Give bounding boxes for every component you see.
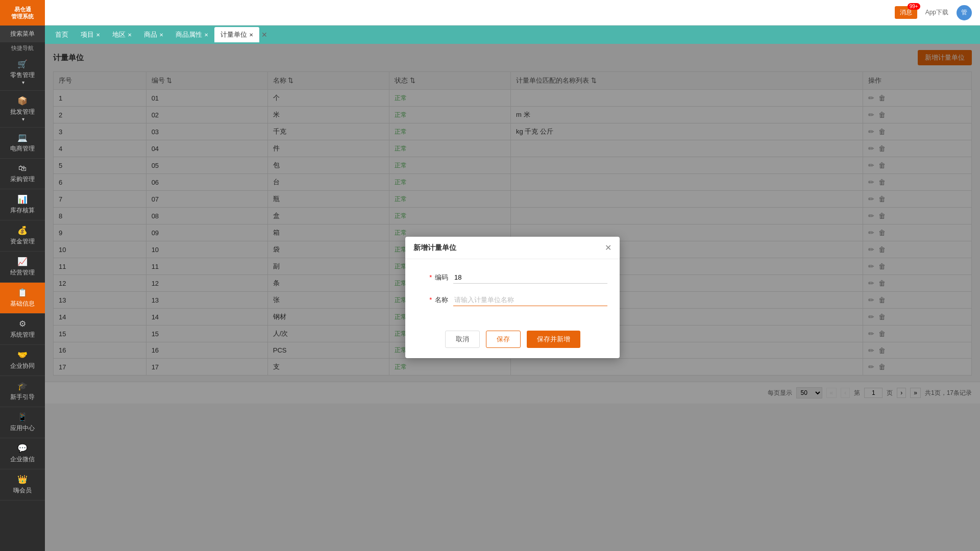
save-and-new-button[interactable]: 保存并新增 (527, 331, 580, 348)
quick-nav[interactable]: 快捷导航 (0, 42, 45, 54)
sidebar-item-wholesale[interactable]: 📦 批发管理 ▾ (0, 91, 45, 128)
tab-goods[interactable]: 商品 ✕ (138, 27, 169, 42)
notification-badge: 99+ (908, 3, 920, 10)
sidebar-item-retail[interactable]: 🛒 零售管理 ▾ (0, 54, 45, 91)
modal-footer: 取消 保存 保存并新增 (405, 324, 620, 358)
system-icon: ⚙ (19, 319, 26, 329)
code-form-row: * 编码 (418, 271, 607, 284)
required-mark: * (429, 296, 432, 304)
chevron-down-icon: ▾ (22, 116, 24, 122)
main-area: 消息 99+ App下载 管 首页 项目 ✕ 地区 ✕ 商品 ✕ 商品属性 ✕ (45, 0, 980, 551)
sidebar-item-basic[interactable]: 📋 基础信息 (0, 283, 45, 314)
sidebar-item-inventory[interactable]: 📊 库存核算 (0, 189, 45, 220)
sidebar: 易仓通管理系统 搜索菜单 快捷导航 🛒 零售管理 ▾ 📦 批发管理 ▾ 💻 电商… (0, 0, 45, 551)
top-header: 消息 99+ App下载 管 (45, 0, 980, 26)
user-avatar[interactable]: 管 (957, 5, 972, 20)
notification-label: 消息 (900, 9, 912, 16)
notification-button[interactable]: 消息 99+ (895, 6, 917, 19)
save-button[interactable]: 保存 (486, 331, 521, 348)
sidebar-item-member[interactable]: 👑 嗨会员 (0, 469, 45, 500)
basic-icon: 📋 (17, 288, 28, 297)
appcenter-icon: 📱 (17, 412, 28, 422)
app-download-link[interactable]: App下载 (925, 8, 948, 17)
code-label: * 编码 (418, 273, 448, 282)
search-label: 搜索菜单 (10, 30, 35, 37)
operation-icon: 📈 (17, 257, 28, 266)
modal-close-button[interactable]: ✕ (605, 243, 611, 253)
cancel-button[interactable]: 取消 (445, 331, 480, 348)
newbie-icon: 🎓 (17, 381, 28, 391)
member-icon: 👑 (17, 474, 28, 484)
sidebar-item-newbie[interactable]: 🎓 新手引导 (0, 376, 45, 407)
tab-close-icon[interactable]: ✕ (96, 32, 100, 38)
name-form-row: * 名称 (418, 294, 607, 306)
close-all-tabs-button[interactable]: ✕ (261, 31, 267, 39)
ecommerce-icon: 💻 (17, 133, 28, 142)
tab-attributes[interactable]: 商品属性 ✕ (169, 27, 214, 42)
required-mark: * (429, 273, 432, 281)
header-right: 消息 99+ App下载 管 (895, 5, 972, 20)
purchase-icon: 🛍 (18, 164, 27, 173)
retail-icon: 🛒 (17, 59, 28, 69)
inventory-icon: 📊 (17, 194, 28, 204)
tab-regions[interactable]: 地区 ✕ (106, 27, 138, 42)
logo-text: 易仓通管理系统 (11, 6, 34, 20)
modal-header: 新增计量单位 ✕ (405, 237, 620, 259)
tab-bar: 首页 项目 ✕ 地区 ✕ 商品 ✕ 商品属性 ✕ 计量单位 ✕ ✕ (45, 26, 980, 44)
modal-overlay: 新增计量单位 ✕ * 编码 * 名称 (45, 44, 980, 551)
sidebar-item-system[interactable]: ⚙ 系统管理 (0, 314, 45, 345)
wholesale-icon: 📦 (17, 96, 28, 106)
sidebar-item-enterprise[interactable]: 💬 企业微信 (0, 438, 45, 469)
tab-close-icon[interactable]: ✕ (128, 32, 132, 38)
code-input[interactable] (453, 271, 607, 284)
tab-projects[interactable]: 项目 ✕ (75, 27, 106, 42)
sidebar-item-purchase[interactable]: 🛍 采购管理 (0, 159, 45, 189)
tab-close-icon[interactable]: ✕ (159, 32, 163, 38)
name-input[interactable] (453, 294, 607, 306)
tab-units[interactable]: 计量单位 ✕ (214, 27, 259, 42)
add-unit-modal: 新增计量单位 ✕ * 编码 * 名称 (405, 237, 620, 358)
sidebar-item-finance[interactable]: 💰 资金管理 (0, 220, 45, 252)
sidebar-item-partner[interactable]: 🤝 企业协同 (0, 345, 45, 376)
search-menu[interactable]: 搜索菜单 (0, 26, 45, 42)
chevron-down-icon: ▾ (22, 80, 24, 85)
tab-close-icon[interactable]: ✕ (204, 32, 208, 38)
partner-icon: 🤝 (17, 350, 28, 360)
enterprise-icon: 💬 (17, 443, 28, 453)
tab-home[interactable]: 首页 (49, 27, 75, 42)
name-label: * 名称 (418, 295, 448, 305)
sidebar-item-ecommerce[interactable]: 💻 电商管理 (0, 128, 45, 159)
sidebar-item-operation[interactable]: 📈 经营管理 (0, 252, 45, 283)
app-logo: 易仓通管理系统 (0, 0, 45, 26)
modal-body: * 编码 * 名称 (405, 259, 620, 324)
finance-icon: 💰 (17, 226, 28, 235)
sidebar-item-appcenter[interactable]: 📱 应用中心 (0, 407, 45, 438)
tab-close-icon[interactable]: ✕ (249, 32, 253, 38)
page-body: 计量单位 新增计量单位 序号 编号 ⇅ 名称 ⇅ 状态 ⇅ 计量单位匹配的名称列… (45, 44, 980, 551)
modal-title: 新增计量单位 (413, 243, 456, 253)
